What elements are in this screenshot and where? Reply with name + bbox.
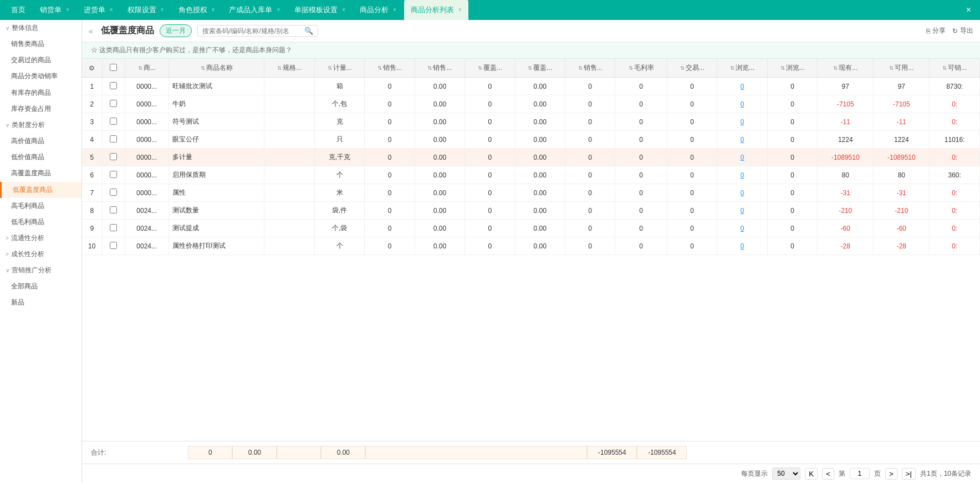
view1-link[interactable]: 0 <box>741 242 744 250</box>
row-select-checkbox[interactable] <box>110 100 117 107</box>
code-column-header[interactable]: ⇅商... <box>125 59 169 78</box>
page-number-input[interactable] <box>850 468 870 479</box>
sidebar-item-sales-products[interactable]: 销售类商品 <box>0 36 81 52</box>
view1-column-header[interactable]: ⇅浏览... <box>717 59 767 78</box>
per-page-select[interactable]: 50 20 100 200 <box>772 467 800 480</box>
saleable-column-header[interactable]: ⇅可销... <box>930 59 980 78</box>
row-checkbox[interactable] <box>102 166 125 184</box>
sidebar-item-high-margin[interactable]: 高毛利商品 <box>0 198 81 214</box>
sidebar-item-high-coverage[interactable]: 高覆盖度商品 <box>0 165 81 181</box>
row-select-checkbox[interactable] <box>110 153 117 160</box>
close-icon[interactable]: × <box>161 0 164 20</box>
view1-link[interactable]: 0 <box>741 189 744 197</box>
unit-column-header[interactable]: ⇅计量... <box>314 59 364 78</box>
spec-column-header[interactable]: ⇅规格... <box>264 59 314 78</box>
close-icon[interactable]: × <box>277 0 280 20</box>
row-view1[interactable]: 0 <box>717 184 767 202</box>
sidebar-section-overall[interactable]: ∨ 整体信息 <box>0 20 81 36</box>
row-checkbox[interactable] <box>102 131 125 149</box>
next-page-button[interactable]: > <box>885 468 897 480</box>
coverage1-column-header[interactable]: ⇅覆盖... <box>465 59 515 78</box>
name-column-header[interactable]: ⇅商品名称 <box>169 59 264 78</box>
view1-link[interactable]: 0 <box>741 136 744 144</box>
data-table-wrapper[interactable]: ⚙ ⇅商... ⇅商品名称 ⇅规格... ⇅计量... ⇅销售... ⇅销售..… <box>82 59 980 441</box>
sales-amount-column-header[interactable]: ⇅销售... <box>415 59 465 78</box>
view1-link[interactable]: 0 <box>741 83 744 90</box>
row-checkbox[interactable] <box>102 78 125 95</box>
first-page-button[interactable]: K <box>805 468 818 480</box>
view1-link[interactable]: 0 <box>741 225 744 232</box>
sidebar-section-growth-analysis[interactable]: > 成长性分析 <box>0 246 81 262</box>
row-view1[interactable]: 0 <box>717 149 767 166</box>
sidebar-item-high-value[interactable]: 高价值商品 <box>0 133 81 149</box>
row-checkbox[interactable] <box>102 220 125 237</box>
sidebar-item-low-value[interactable]: 低价值商品 <box>0 149 81 165</box>
row-view1[interactable]: 0 <box>717 95 767 113</box>
window-close-button[interactable]: × <box>962 5 976 15</box>
sidebar-item-traded-products[interactable]: 交易过的商品 <box>0 52 81 68</box>
row-checkbox[interactable] <box>102 95 125 113</box>
row-view1[interactable]: 0 <box>717 166 767 184</box>
close-icon[interactable]: × <box>458 0 462 20</box>
sidebar-item-new-products[interactable]: 新品 <box>0 294 81 311</box>
row-checkbox[interactable] <box>102 184 125 202</box>
export-button[interactable]: ↻ 导出 <box>952 26 973 35</box>
nav-sales[interactable]: 销货单 × <box>33 0 76 20</box>
close-icon[interactable]: × <box>110 0 113 20</box>
nav-product-analysis[interactable]: 商品分析 × <box>353 0 403 20</box>
checkbox-column-header[interactable] <box>102 59 125 78</box>
sales-count-column-header[interactable]: ⇅销售... <box>365 59 415 78</box>
view1-link[interactable]: 0 <box>741 154 744 161</box>
nav-product-entry[interactable]: 产成品入库单 × <box>222 0 287 20</box>
row-select-checkbox[interactable] <box>110 224 117 231</box>
settings-column-header[interactable]: ⚙ <box>82 59 102 78</box>
current-column-header[interactable]: ⇅现有... <box>818 59 874 78</box>
search-input[interactable] <box>202 27 302 35</box>
row-select-checkbox[interactable] <box>110 82 117 89</box>
transaction-column-header[interactable]: ⇅交易... <box>667 59 717 78</box>
nav-role[interactable]: 角色授权 × <box>172 0 222 20</box>
row-select-checkbox[interactable] <box>110 171 117 178</box>
row-view1[interactable]: 0 <box>717 131 767 149</box>
sidebar-item-low-margin[interactable]: 低毛利商品 <box>0 214 81 230</box>
row-select-checkbox[interactable] <box>110 118 117 125</box>
close-icon[interactable]: × <box>212 0 215 20</box>
view1-link[interactable]: 0 <box>741 100 744 108</box>
sidebar-section-flow-analysis[interactable]: > 流通性分析 <box>0 230 81 246</box>
close-icon[interactable]: × <box>342 0 345 20</box>
row-checkbox[interactable] <box>102 149 125 166</box>
row-select-checkbox[interactable] <box>110 206 117 213</box>
select-all-checkbox[interactable] <box>110 64 117 71</box>
margin-column-header[interactable]: ⇅毛利率 <box>615 59 667 78</box>
nav-purchase[interactable]: 进货单 × <box>77 0 120 20</box>
sidebar-section-marketing-analysis[interactable]: ∨ 营销推广分析 <box>0 262 81 278</box>
row-view1[interactable]: 0 <box>717 202 767 220</box>
sidebar-item-in-stock[interactable]: 有库存的商品 <box>0 85 81 101</box>
available-column-header[interactable]: ⇅可用... <box>874 59 930 78</box>
close-icon[interactable]: × <box>66 0 69 20</box>
close-icon[interactable]: × <box>393 0 396 20</box>
view1-link[interactable]: 0 <box>741 118 744 126</box>
view2-column-header[interactable]: ⇅浏览... <box>767 59 817 78</box>
row-view1[interactable]: 0 <box>717 237 767 255</box>
sidebar-item-category-rate[interactable]: 商品分类动销率 <box>0 68 81 84</box>
sidebar-item-inventory-funds[interactable]: 库存资金占用 <box>0 101 81 117</box>
sidebar-collapse-button[interactable]: « <box>89 27 93 35</box>
sidebar-section-class-analysis[interactable]: ∨ 类射度分析 <box>0 117 81 133</box>
nav-permissions[interactable]: 权限设置 × <box>121 0 171 20</box>
view1-link[interactable]: 0 <box>741 207 744 215</box>
nav-home[interactable]: 首页 <box>4 0 32 20</box>
row-view1[interactable]: 0 <box>717 78 767 95</box>
row-select-checkbox[interactable] <box>110 135 117 143</box>
nav-product-analysis-list[interactable]: 商品分析列表 × <box>404 0 468 20</box>
row-select-checkbox[interactable] <box>110 242 117 249</box>
sidebar-item-all-products[interactable]: 全部商品 <box>0 278 81 294</box>
sidebar-item-low-coverage[interactable]: 低覆盖度商品 <box>0 182 81 198</box>
row-checkbox[interactable] <box>102 113 125 131</box>
coverage2-column-header[interactable]: ⇅覆盖... <box>515 59 565 78</box>
row-select-checkbox[interactable] <box>110 189 117 196</box>
sales-val-column-header[interactable]: ⇅销售... <box>565 59 615 78</box>
row-view1[interactable]: 0 <box>717 220 767 237</box>
prev-page-button[interactable]: < <box>822 468 834 480</box>
share-button[interactable]: ⎘ 分享 <box>926 26 946 35</box>
